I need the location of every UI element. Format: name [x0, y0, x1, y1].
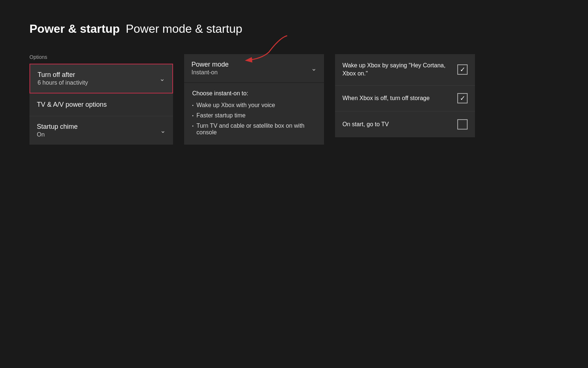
startup-chime-chevron-icon: ⌄	[160, 127, 166, 135]
tv-av-item[interactable]: TV & A/V power options	[29, 93, 173, 116]
checkbox-checked-icon[interactable]	[457, 93, 468, 103]
turn-off-chevron-icon: ⌄	[159, 75, 165, 83]
startup-chime-text: Startup chime On	[37, 123, 78, 138]
checkbox-unchecked-icon[interactable]	[457, 119, 468, 130]
page: Power & startup Power mode & startup Opt…	[0, 0, 588, 167]
instant-on-title: Choose instant-on to:	[192, 90, 316, 97]
instant-on-list-item: •Faster startup time	[192, 112, 316, 119]
instant-on-list-item: •Wake up Xbox with your voice	[192, 102, 316, 109]
instant-on-list-item: •Turn TV and cable or satellite box on w…	[192, 123, 316, 136]
checkbox-label-1: When Xbox is off, turn off storage	[342, 94, 457, 102]
content-area: Options Turn off after 6 hours of inacti…	[29, 54, 559, 145]
power-mode-dropdown[interactable]: Power mode Instant-on ⌄	[184, 54, 324, 82]
bullet-icon: •	[192, 124, 194, 136]
checkbox-item-0[interactable]: Wake up Xbox by saying "Hey Cortana, Xbo…	[335, 54, 475, 86]
right-column: Wake up Xbox by saying "Hey Cortana, Xbo…	[335, 54, 475, 137]
bullet-icon: •	[192, 103, 194, 109]
turn-off-main-label: Turn off after	[38, 71, 88, 79]
checkbox-item-2[interactable]: On start, go to TV	[335, 112, 475, 137]
page-title-light: Power mode & startup	[126, 22, 242, 36]
startup-chime-main-label: Startup chime	[37, 123, 78, 131]
turn-off-dropdown[interactable]: Turn off after 6 hours of inactivity ⌄	[29, 64, 173, 93]
instant-on-list: •Wake up Xbox with your voice•Faster sta…	[192, 102, 316, 136]
turn-off-sub-label: 6 hours of inactivity	[38, 79, 88, 86]
checkbox-label-2: On start, go to TV	[342, 120, 457, 128]
bullet-icon: •	[192, 114, 194, 119]
checkbox-item-1[interactable]: When Xbox is off, turn off storage	[335, 86, 475, 112]
checkbox-label-0: Wake up Xbox by saying "Hey Cortana, Xbo…	[342, 61, 457, 78]
startup-chime-dropdown[interactable]: Startup chime On ⌄	[29, 116, 173, 145]
turn-off-text: Turn off after 6 hours of inactivity	[38, 71, 88, 86]
checkbox-checked-icon[interactable]	[457, 64, 468, 75]
power-mode-text: Power mode Instant-on	[191, 61, 229, 76]
power-mode-chevron-icon: ⌄	[311, 64, 317, 72]
startup-chime-sub-label: On	[37, 131, 78, 138]
page-title-bold: Power & startup	[29, 22, 120, 36]
options-section-label: Options	[29, 54, 173, 60]
page-header: Power & startup Power mode & startup	[29, 22, 559, 36]
instant-on-info: Choose instant-on to: •Wake up Xbox with…	[184, 83, 324, 145]
power-mode-sub-label: Instant-on	[191, 69, 229, 76]
middle-column: Power mode Instant-on ⌄ Choose instant-o…	[184, 54, 324, 145]
power-mode-main-label: Power mode	[191, 61, 229, 68]
left-column: Options Turn off after 6 hours of inacti…	[29, 54, 173, 145]
